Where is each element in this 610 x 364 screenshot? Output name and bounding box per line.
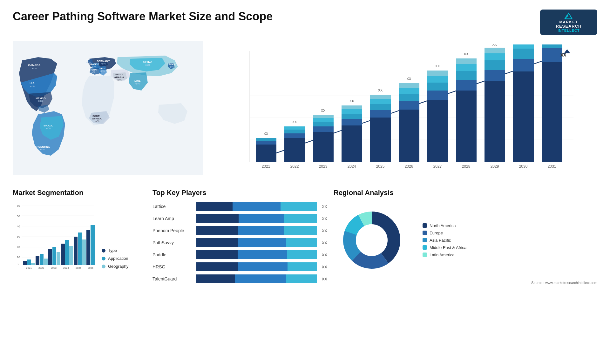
svg-rect-147 (86, 230, 90, 265)
donut-legend-item: Europe (423, 231, 466, 235)
svg-rect-104 (513, 59, 534, 71)
svg-text:60: 60 (17, 204, 20, 207)
chart-section: 2021 XX 2022 XX 2023 XX 2024 XX (213, 41, 597, 179)
svg-rect-86 (427, 71, 448, 76)
svg-text:xx%: xx% (90, 71, 95, 74)
svg-rect-109 (542, 48, 562, 62)
player-xx-label: XX (322, 216, 327, 221)
svg-rect-90 (456, 80, 477, 91)
seg-legend: Type Application Geography (102, 248, 128, 272)
svg-rect-61 (342, 125, 362, 162)
svg-rect-49 (284, 133, 305, 138)
svg-rect-136 (52, 247, 56, 265)
svg-rect-64 (342, 109, 362, 114)
players-section: Top Key Players LatticeXXLearn AmpXXPhen… (152, 189, 327, 286)
svg-rect-71 (370, 99, 391, 104)
svg-text:XX: XX (492, 44, 497, 46)
svg-rect-82 (427, 100, 448, 162)
player-xx-label: XX (322, 277, 327, 281)
player-bar (196, 226, 317, 235)
legend-type-label: Type (108, 248, 117, 253)
svg-text:2026: 2026 (88, 266, 93, 269)
svg-point-155 (356, 224, 388, 256)
svg-rect-128 (27, 260, 31, 265)
logo-area: MARKET RESEARCH INTELLECT (540, 10, 597, 35)
svg-rect-133 (44, 259, 48, 265)
players-title: Top Key Players (152, 189, 327, 197)
svg-text:2022: 2022 (290, 164, 299, 169)
svg-text:XX: XX (292, 120, 297, 124)
svg-text:0: 0 (17, 262, 19, 266)
svg-rect-141 (69, 246, 73, 265)
svg-text:2024: 2024 (63, 266, 69, 269)
player-name: Learn Amp (152, 216, 194, 221)
svg-rect-68 (370, 118, 391, 162)
player-row: Learn AmpXX (152, 214, 327, 223)
legend-type: Type (102, 248, 128, 253)
segmentation-chart: 60 50 40 30 20 10 0 2021 (13, 202, 95, 272)
svg-text:XX: XX (435, 64, 440, 68)
svg-text:2031: 2031 (548, 164, 556, 169)
donut-legend-label: Europe (430, 231, 443, 235)
svg-text:2023: 2023 (319, 164, 328, 169)
svg-rect-129 (31, 263, 35, 265)
legend-dot-geo (102, 265, 105, 268)
svg-rect-70 (370, 104, 391, 110)
svg-text:XX: XX (407, 77, 411, 81)
svg-rect-91 (456, 71, 477, 80)
svg-text:XX: XX (378, 88, 383, 92)
player-xx-label: XX (322, 228, 327, 233)
svg-rect-79 (399, 83, 419, 88)
svg-text:2027: 2027 (433, 164, 442, 169)
player-bar (196, 250, 317, 259)
bottom-row: Market Segmentation 60 50 40 30 20 10 0 (13, 189, 597, 286)
svg-marker-1 (564, 14, 569, 19)
svg-text:xx%: xx% (30, 85, 35, 88)
svg-text:2029: 2029 (491, 164, 499, 169)
player-xx-label: XX (322, 265, 327, 269)
svg-text:2021: 2021 (262, 164, 270, 169)
svg-rect-84 (427, 83, 448, 91)
svg-rect-96 (485, 81, 505, 162)
player-name: Phenom People (152, 228, 194, 233)
svg-text:2025: 2025 (76, 266, 81, 269)
svg-rect-108 (542, 62, 562, 162)
svg-text:xx%: xx% (169, 65, 173, 68)
svg-text:2028: 2028 (462, 164, 471, 169)
svg-text:40: 40 (17, 225, 20, 228)
player-bar-container (196, 262, 317, 271)
svg-text:10: 10 (17, 256, 20, 259)
logo-icon (561, 12, 577, 20)
player-bar-container (196, 202, 317, 211)
header: Career Pathing Software Market Size and … (13, 10, 597, 35)
player-bar-container (196, 226, 317, 235)
svg-rect-89 (456, 91, 477, 162)
svg-rect-78 (399, 88, 419, 94)
logo-line3: INTELLECT (558, 29, 580, 32)
svg-text:U.S.: U.S. (30, 82, 35, 85)
svg-text:2030: 2030 (519, 164, 528, 169)
logo-line2: RESEARCH (556, 24, 582, 29)
svg-rect-58 (313, 115, 334, 118)
svg-text:xx%: xx% (135, 82, 139, 85)
svg-rect-77 (399, 94, 419, 101)
donut-legend-color (423, 253, 427, 257)
donut-container: North AmericaEuropeAsia PacificMiddle Ea… (334, 202, 597, 278)
donut-legend-label: Asia Pacific (430, 238, 451, 243)
segmentation-title: Market Segmentation (13, 189, 146, 197)
svg-rect-54 (313, 132, 334, 162)
svg-rect-99 (485, 53, 505, 60)
map-section: CANADA xx% U.S. xx% MEXICO xx% BRAZIL xx… (13, 41, 203, 179)
svg-text:30: 30 (17, 235, 20, 238)
svg-text:2025: 2025 (376, 164, 385, 169)
svg-text:XX: XX (349, 99, 354, 103)
player-bar-container (196, 274, 317, 283)
svg-rect-56 (313, 122, 334, 126)
svg-text:xx%: xx% (46, 127, 51, 130)
svg-rect-44 (256, 141, 276, 145)
player-row: PaddleXX (152, 250, 327, 259)
legend-app: Application (102, 256, 128, 261)
svg-text:xx%: xx% (100, 70, 105, 72)
donut-legend: North AmericaEuropeAsia PacificMiddle Ea… (423, 223, 466, 257)
svg-text:2026: 2026 (405, 164, 413, 169)
